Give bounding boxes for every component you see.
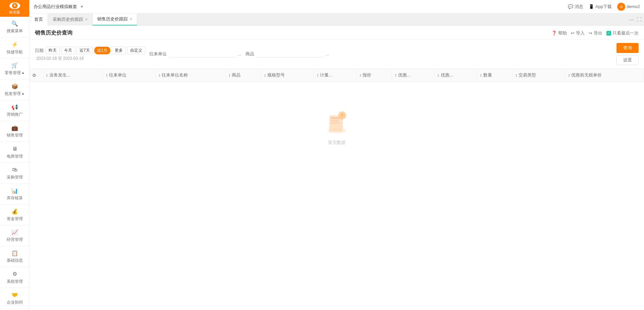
- goods-label: 商品: [246, 51, 254, 57]
- sidebar-item-basic[interactable]: 📋基础信息: [0, 246, 29, 267]
- sidebar-item-label-basic: 基础信息: [7, 258, 23, 263]
- sidebar-item-enterprise[interactable]: 🤝企业协同: [0, 288, 29, 309]
- goods-input[interactable]: [256, 51, 323, 57]
- import-icon: ↩: [571, 31, 575, 36]
- sidebar-item-label-inventory: 库存核算: [7, 195, 23, 201]
- tab-home[interactable]: 首页: [30, 13, 48, 25]
- sidebar-item-wholesale[interactable]: 📦批发管理▲: [0, 80, 29, 100]
- arrow-icon: ▲: [21, 91, 25, 96]
- goods-dots[interactable]: ...: [325, 52, 329, 57]
- col-unit[interactable]: ↕ 计量...: [314, 69, 356, 82]
- settings-button[interactable]: 设置: [616, 55, 639, 65]
- sidebar-item-system[interactable]: ⚙系统管理: [0, 267, 29, 288]
- sidebar-item-sales[interactable]: 💼销售管理: [0, 121, 29, 142]
- date-btn-yesterday[interactable]: 昨天: [46, 47, 60, 54]
- export-btn[interactable]: ↪ 导出: [589, 30, 602, 36]
- sidebar-item-newbie[interactable]: 🎯新手引导: [0, 309, 29, 310]
- basic-icon: 📋: [11, 250, 18, 257]
- avatar: d: [617, 3, 625, 11]
- operations-icon: 📈: [11, 229, 18, 236]
- sidebar-item-retail[interactable]: 🛒零售管理▲: [0, 58, 29, 79]
- date-range-display: 2023-02-18 至 2023-03-18: [35, 56, 145, 61]
- tab-sales-history[interactable]: 销售历史价跟踪 ×: [93, 13, 137, 25]
- window-controls: — ⛶: [629, 17, 644, 22]
- tab-purchase-history[interactable]: 采购历史价跟踪 ×: [48, 13, 93, 25]
- page-actions: ❓ 帮助 ↩ 导入 ↪ 导出 只看最后一次: [551, 30, 639, 36]
- sales-icon: 💼: [11, 124, 18, 132]
- marketing-icon: 📢: [11, 104, 18, 111]
- sidebar-item-label-sales: 销售管理: [7, 133, 23, 138]
- col-pre-tax-price[interactable]: ↕ 优惠前无税单价: [565, 69, 644, 82]
- svg-rect-5: [331, 120, 339, 121]
- app-title: 办公用品行业模拟账套: [34, 4, 77, 10]
- query-button[interactable]: 查询: [616, 43, 639, 53]
- help-btn[interactable]: ❓ 帮助: [551, 30, 567, 36]
- enterprise-icon: 🤝: [11, 291, 18, 299]
- sidebar-item-finance[interactable]: 💰资金管理: [0, 205, 29, 225]
- col-discount1[interactable]: ↕ 优惠...: [392, 69, 434, 82]
- logo-text: 标准版: [9, 10, 20, 15]
- date-btn-custom[interactable]: 自定义: [127, 47, 145, 54]
- system-icon: ⚙: [12, 270, 17, 278]
- retail-icon: 🛒: [11, 62, 18, 69]
- help-icon: ❓: [551, 31, 557, 36]
- only-last-checkbox[interactable]: 只看最后一次: [606, 30, 639, 36]
- sidebar: 6 标准版 🔍搜索菜单⚡快捷导航🛒零售管理▲📦批发管理▲📢营销推广💼销售管理🖥电…: [0, 0, 30, 310]
- col-trade-type[interactable]: ↕ 交易类型: [513, 69, 565, 82]
- tab-purchase-history-label: 采购历史价跟踪: [53, 16, 83, 22]
- tab-home-label: 首页: [34, 16, 43, 22]
- title-dropdown[interactable]: ▼: [80, 4, 84, 9]
- sidebar-item-ecommerce[interactable]: 🖥电商管理: [0, 142, 29, 163]
- partner-input[interactable]: [169, 51, 236, 57]
- sidebar-item-inventory[interactable]: 📊库存核算: [0, 184, 29, 205]
- sidebar-item-search[interactable]: 🔍搜索菜单: [0, 17, 29, 38]
- col-date[interactable]: ↕ 业务发生...: [43, 69, 103, 82]
- maximize-btn[interactable]: ⛶: [637, 17, 641, 22]
- col-goods[interactable]: ↕ 商品: [226, 69, 261, 82]
- tab-sales-history-label: 销售历史价跟踪: [97, 16, 128, 22]
- table-header: ⚙ ↕ 业务发生... ↕ 往来单位 ↕ 往来单位名称 ↕ 商品: [30, 69, 644, 82]
- tab-sales-close[interactable]: ×: [130, 17, 132, 21]
- sidebar-item-marketing[interactable]: 📢营销推广: [0, 100, 29, 121]
- sidebar-item-label-enterprise: 企业协同: [7, 300, 23, 305]
- table-container: ⚙ ↕ 业务发生... ↕ 往来单位 ↕ 往来单位名称 ↕ 商品: [30, 69, 644, 172]
- sidebar-item-label-finance: 资金管理: [7, 216, 23, 222]
- date-btn-more[interactable]: 更多: [112, 47, 126, 54]
- tab-purchase-close[interactable]: ×: [85, 17, 88, 22]
- col-partner-name[interactable]: ↕ 往来单位名称: [156, 69, 226, 82]
- empty-icon: ?: [323, 109, 350, 136]
- sidebar-item-quick-nav[interactable]: ⚡快捷导航: [0, 38, 29, 58]
- user-profile[interactable]: d demo2: [617, 3, 640, 11]
- date-btn-1month[interactable]: 近1月: [94, 47, 111, 54]
- checkbox-box: [606, 31, 611, 36]
- sidebar-item-purchase[interactable]: 🛍采购管理: [0, 163, 29, 184]
- col-discount2[interactable]: ↕ 优惠...: [434, 69, 477, 82]
- top-bar-left: 办公用品行业模拟账套 ▼: [34, 4, 84, 10]
- page-title: 销售历史价查询: [35, 30, 72, 37]
- col-spec[interactable]: ↕ 规格型号: [261, 69, 314, 82]
- app-download-btn[interactable]: 📱 App下载: [589, 4, 612, 10]
- import-btn[interactable]: ↩ 导入: [571, 30, 585, 36]
- app-icon: 📱: [589, 4, 594, 9]
- message-btn[interactable]: 💬 消息: [568, 4, 583, 10]
- col-quantity[interactable]: ↕ 数量: [477, 69, 513, 82]
- empty-text: 暂无数据: [328, 140, 345, 146]
- sidebar-item-label-system: 系统管理: [7, 279, 23, 285]
- filter-bar: 日期 昨天 今天 近7天 近1月 更多 自定义 2023-02-18 至 202…: [30, 40, 644, 69]
- date-btn-today[interactable]: 今天: [61, 47, 75, 54]
- top-bar-right: 💬 消息 📱 App下载 d demo2: [568, 3, 640, 11]
- date-btn-7days[interactable]: 近7天: [76, 47, 93, 54]
- inventory-icon: 📊: [11, 187, 18, 195]
- col-gear[interactable]: ⚙: [30, 69, 43, 82]
- partner-filter-group: 往来单位 ...: [149, 51, 241, 57]
- svg-rect-6: [331, 122, 340, 123]
- finance-icon: 💰: [11, 208, 18, 215]
- sidebar-item-label-quick-nav: 快捷导航: [7, 49, 23, 55]
- col-price[interactable]: ↕ 报价: [356, 69, 392, 82]
- partner-dots[interactable]: ...: [238, 52, 241, 57]
- goods-filter-group: 商品 ...: [246, 51, 329, 57]
- sidebar-item-label-search: 搜索菜单: [7, 28, 23, 34]
- col-partner-code[interactable]: ↕ 往来单位: [103, 69, 156, 82]
- sidebar-item-operations[interactable]: 📈经营管理: [0, 225, 29, 246]
- minimize-btn[interactable]: —: [629, 17, 634, 22]
